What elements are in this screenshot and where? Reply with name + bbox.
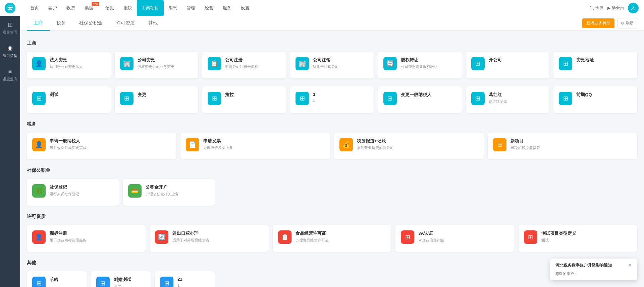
nav-client[interactable]: 客户: [44, 0, 62, 16]
progress-icon: ≡: [6, 68, 14, 75]
card-twenty-one[interactable]: ⊞ 21 1: [155, 271, 215, 287]
sidebar-item-project-mgmt[interactable]: ⊞ 项目管理: [0, 16, 20, 40]
avatar[interactable]: 人: [628, 3, 639, 13]
subtab-license[interactable]: 许可资质: [109, 16, 142, 31]
nav-ticket[interactable]: 票据 new: [80, 0, 101, 16]
liupei-test-title: 刘赔测试: [114, 277, 146, 283]
industrial-cards-row1: 👤 法人变更 适用于公司变更法人 🏢 公司变更 股权变更外的业务变更 📋 公司注…: [27, 52, 637, 78]
sidebar-item-label: 项目管理: [3, 30, 17, 35]
change-address-info: 变更地址: [576, 57, 632, 64]
section-tax-title: 税务: [27, 121, 637, 127]
3a-cert-icon: ⊞: [401, 230, 414, 244]
card-equity-transfer[interactable]: 🔄 股权转让 公司变更需要股权转让: [378, 52, 462, 78]
nav-billing[interactable]: 收费: [62, 0, 80, 16]
card-one[interactable]: ⊞ 1 1: [290, 86, 374, 113]
legal-change-desc: 适用于公司变更法人: [50, 64, 105, 69]
card-company-cancel[interactable]: 🏢 公司注销 适用于注销公司: [290, 52, 374, 78]
apply-taxpayer-info: 申请一般纳税人 当月或次月成变更完成: [50, 138, 171, 150]
import-export-icon: 🔄: [155, 230, 168, 244]
nav-home[interactable]: 首页: [25, 0, 44, 16]
card-change[interactable]: ⊞ 变更: [115, 86, 199, 113]
card-import-export[interactable]: 🔄 进出口权办理 适用于对外贸易经营者: [150, 225, 268, 252]
card-social-register[interactable]: 🌿 社保登记 进行人员社保登记: [27, 179, 119, 206]
card-change-address[interactable]: ⊞ 变更地址: [553, 52, 637, 78]
liupei-test-desc: 测试: [114, 284, 146, 287]
notification-popup: 河北税务数字账户升级影响通知 ✕ 尊敬的用户：: [550, 259, 637, 281]
test-project-type-desc: 测试: [541, 238, 632, 243]
company-register-desc: 申请公司注册全流程: [225, 64, 281, 69]
card-trademark[interactable]: 👤 商标注册 用于企业商标注册服务: [27, 225, 146, 252]
sidebar-item-progress[interactable]: ≡ 进度监测: [0, 63, 20, 86]
change-address-icon: ⊞: [559, 57, 572, 70]
notification-close-button[interactable]: ✕: [628, 263, 632, 268]
card-haha[interactable]: ⊞ 哈哈: [27, 271, 87, 287]
card-liupei-test[interactable]: ⊞ 刘赔测试 测试: [91, 271, 151, 287]
apply-taxpayer-icon: 👤: [32, 138, 46, 151]
sidebar-item-label: 项目类型: [3, 53, 17, 58]
nav-tax[interactable]: 报税: [119, 0, 137, 16]
fullscreen-button[interactable]: ⛶ 全屏: [590, 5, 603, 11]
card-new-project[interactable]: ⊞ 新项目 报税加税控盘保管: [488, 133, 637, 159]
food-license-desc: 办理食品经营许可证: [296, 238, 386, 243]
gehonghong-info: 葛红红 葛红红测试: [489, 92, 544, 104]
one-title: 1: [313, 92, 369, 97]
sidebar-logo: 云: [0, 0, 20, 16]
trademark-desc: 用于企业商标注册服务: [50, 238, 140, 243]
twenty-one-icon: ⊞: [160, 277, 173, 287]
card-change-taxpayer[interactable]: ⊞ 变更一般纳税人: [378, 86, 462, 113]
gehonghong-desc: 葛红红测试: [489, 99, 544, 104]
company-change-title: 公司变更: [138, 57, 193, 63]
nav-industrial[interactable]: 工商项目: [137, 0, 164, 16]
vip-button[interactable]: ▶ 畅会员: [607, 5, 624, 11]
nav-settings[interactable]: 设置: [236, 0, 254, 16]
open-company-icon: ⊞: [471, 57, 485, 70]
social-register-desc: 进行人员社保登记: [50, 192, 113, 197]
nav-service[interactable]: 服务: [218, 0, 236, 16]
card-fund-open[interactable]: 💳 公积金开户 办理公积金相关业务: [123, 179, 215, 206]
change-title: 变更: [138, 92, 193, 98]
open-company-title: 开公司: [489, 57, 544, 63]
card-3a-cert[interactable]: ⊞ 3A认证 对企业信誉评级: [395, 225, 514, 252]
nav-management[interactable]: 管理: [182, 0, 200, 16]
card-legal-change[interactable]: 👤 法人变更 适用于公司变更法人: [27, 52, 111, 78]
subtab-social[interactable]: 社保公积金: [72, 16, 109, 31]
trademark-title: 商标注册: [50, 230, 140, 236]
social-register-icon: 🌿: [32, 184, 46, 198]
card-tax-report[interactable]: 💰 税务报道+记账 拿到营业执照的新公司: [334, 133, 484, 159]
add-type-button[interactable]: 新增业务类型: [582, 18, 614, 28]
food-license-title: 食品经营许可证: [296, 230, 386, 236]
nav-message[interactable]: 消息: [164, 0, 182, 16]
nav-operation[interactable]: 经营: [200, 0, 218, 16]
nav-right: ⛶ 全屏 ▶ 畅会员 人: [590, 3, 639, 13]
tax-report-desc: 拿到营业执照的新公司: [357, 145, 478, 150]
card-apply-taxpayer[interactable]: 👤 申请一般纳税人 当月或次月成变更完成: [27, 133, 176, 159]
card-open-company[interactable]: ⊞ 开公司: [466, 52, 550, 78]
refresh-button[interactable]: ↻ 刷新: [617, 18, 637, 28]
new-badge: new: [92, 2, 99, 6]
company-register-info: 公司注册 申请公司注册全流程: [225, 57, 281, 69]
apply-taxpayer-desc: 当月或次月成变更完成: [50, 145, 171, 150]
nav-accounting[interactable]: 记账: [101, 0, 119, 16]
subtab-tax[interactable]: 税务: [50, 16, 72, 31]
card-food-license[interactable]: 📋 食品经营许可证 办理食品经营许可证: [273, 225, 391, 252]
card-gehonghong[interactable]: ⊞ 葛红红 葛红红测试: [466, 86, 550, 113]
subtab-actions: 新增业务类型 ↻ 刷新: [582, 18, 637, 28]
card-apply-invoice[interactable]: 📄 申请发票 办理申请发票业务: [180, 133, 330, 159]
card-test-project-type[interactable]: ⊞ 测试项目类型定义 测试: [519, 225, 637, 252]
license-cards: 👤 商标注册 用于企业商标注册服务 🔄 进出口权办理 适用于对外贸易经营者 📋 …: [27, 225, 637, 252]
sidebar-item-project-type[interactable]: ◉ 项目类型: [0, 40, 20, 63]
subtab-industrial[interactable]: 工商: [27, 16, 50, 31]
card-qianqiQQ[interactable]: ⊞ 前期QQ: [553, 86, 637, 113]
tax-report-icon: 💰: [339, 138, 353, 151]
project-mgmt-icon: ⊞: [6, 21, 14, 28]
card-company-change[interactable]: 🏢 公司变更 股权变更外的业务变更: [115, 52, 199, 78]
card-lala[interactable]: ⊞ 拉拉: [202, 86, 286, 113]
haha-title: 哈哈: [50, 277, 82, 283]
tax-cards: 👤 申请一般纳税人 当月或次月成变更完成 📄 申请发票 办理申请发票业务 💰 税…: [27, 133, 637, 159]
subtab-other[interactable]: 其他: [142, 16, 164, 31]
test-title: 测试: [50, 92, 105, 98]
equity-transfer-icon: 🔄: [383, 57, 397, 70]
card-test[interactable]: ⊞ 测试: [27, 86, 111, 113]
trademark-icon: 👤: [32, 230, 46, 244]
card-company-register[interactable]: 📋 公司注册 申请公司注册全流程: [202, 52, 286, 78]
